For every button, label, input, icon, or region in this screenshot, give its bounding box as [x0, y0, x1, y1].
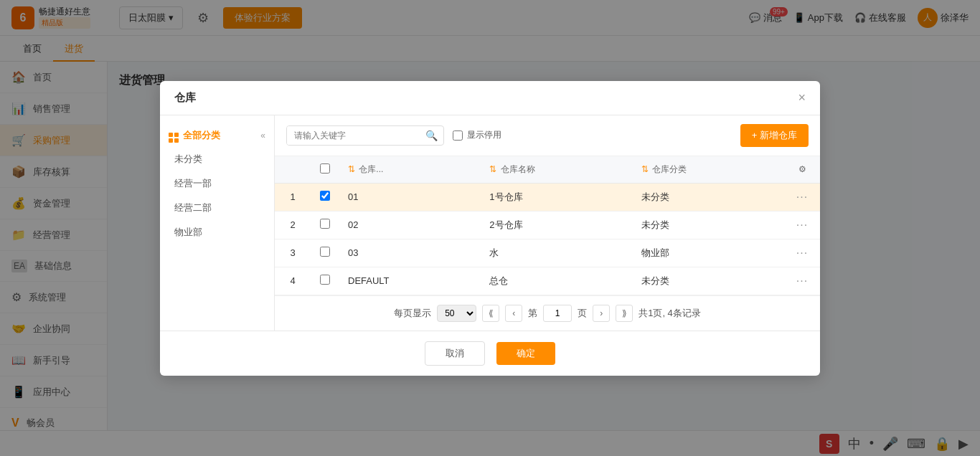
row-checkbox[interactable]	[320, 219, 330, 229]
row-actions: ···	[784, 183, 820, 211]
row-ellipsis-button[interactable]: ···	[796, 275, 808, 287]
row-checkbox-cell	[311, 183, 339, 211]
col-code-header: ⇅ 仓库...	[339, 156, 481, 184]
table-panel: 🔍 显示停用 + 新增仓库	[275, 115, 820, 331]
row-checkbox[interactable]	[320, 191, 330, 201]
data-table: ⇅ 仓库... ⇅ 仓库名称 ⇅ 仓库分类	[275, 156, 820, 295]
table-toolbar: 🔍 显示停用 + 新增仓库	[275, 115, 820, 156]
add-warehouse-button[interactable]: + 新增仓库	[740, 124, 809, 147]
show-disabled-label: 显示停用	[467, 129, 501, 141]
row-code: 02	[339, 211, 481, 239]
sort-icon-category: ⇅	[641, 164, 649, 174]
confirm-button[interactable]: 确定	[496, 342, 555, 365]
row-category: 未分类	[633, 183, 784, 211]
row-actions: ···	[784, 211, 820, 239]
modal-body: 全部分类 « 未分类 经营一部 经营二部 物业部 🔍	[160, 115, 820, 331]
modal-header: 仓库 ×	[160, 81, 820, 115]
col-name-header: ⇅ 仓库名称	[481, 156, 632, 184]
cancel-button[interactable]: 取消	[425, 341, 485, 366]
search-icon[interactable]: 🔍	[420, 130, 443, 141]
next-page-button[interactable]: ›	[593, 305, 610, 322]
row-name: 水	[481, 239, 632, 267]
row-num: 3	[275, 239, 311, 267]
search-input[interactable]	[287, 126, 420, 145]
row-num: 2	[275, 211, 311, 239]
row-checkbox-cell	[311, 267, 339, 295]
category-item-uncategorized[interactable]: 未分类	[160, 147, 274, 171]
row-ellipsis-button[interactable]: ···	[796, 191, 808, 203]
prev-page-button[interactable]: ‹	[505, 305, 522, 322]
select-all-checkbox[interactable]	[320, 163, 330, 174]
row-ellipsis-button[interactable]: ···	[796, 247, 808, 259]
category-all-label: 全部分类	[169, 128, 220, 143]
row-actions: ···	[784, 267, 820, 295]
row-name: 1号仓库	[481, 183, 632, 211]
row-category: 未分类	[633, 211, 784, 239]
grid-dots-icon	[169, 128, 179, 143]
modal-title: 仓库	[174, 91, 196, 105]
row-checkbox-cell	[311, 239, 339, 267]
page-number-input[interactable]	[543, 305, 572, 322]
table-row[interactable]: 2 02 2号仓库 未分类 ···	[275, 211, 820, 239]
row-actions: ···	[784, 239, 820, 267]
row-ellipsis-button[interactable]: ···	[796, 219, 808, 231]
row-code: 01	[339, 183, 481, 211]
row-category: 物业部	[633, 239, 784, 267]
per-page-select[interactable]: 50 20 100	[437, 305, 476, 322]
row-code: 03	[339, 239, 481, 267]
total-info: 共1页, 4条记录	[639, 307, 701, 320]
table-row[interactable]: 4 DEFAULT 总仓 未分类 ···	[275, 267, 820, 295]
table-row[interactable]: 3 03 水 物业部 ···	[275, 239, 820, 267]
row-name: 总仓	[481, 267, 632, 295]
modal-close-button[interactable]: ×	[798, 91, 806, 104]
show-disabled-wrap: 显示停用	[453, 129, 501, 141]
category-collapse-button[interactable]: «	[260, 130, 265, 141]
sort-icon-name: ⇅	[489, 164, 496, 174]
modal-overlay: 仓库 × 全部分类 « 未分类 经营一部 经营二部 物业部	[0, 0, 980, 456]
page-unit: 页	[578, 307, 587, 320]
col-check-header	[311, 156, 339, 184]
modal-footer: 取消 确定	[160, 331, 820, 376]
category-all-header[interactable]: 全部分类 «	[160, 124, 274, 147]
per-page-label: 每页显示	[394, 307, 431, 320]
row-checkbox-cell	[311, 211, 339, 239]
show-disabled-checkbox[interactable]	[453, 130, 463, 141]
settings-col-icon: ⚙	[798, 164, 806, 174]
sort-icon-code: ⇅	[348, 164, 355, 174]
first-page-button[interactable]: ⟪	[482, 305, 499, 322]
warehouse-table: ⇅ 仓库... ⇅ 仓库名称 ⇅ 仓库分类	[275, 156, 820, 295]
pagination: 每页显示 50 20 100 ⟪ ‹ 第 页 › ⟫ 共1页, 4条记录	[275, 295, 820, 331]
row-code: DEFAULT	[339, 267, 481, 295]
row-name: 2号仓库	[481, 211, 632, 239]
category-item-ops1[interactable]: 经营一部	[160, 171, 274, 196]
row-num: 4	[275, 267, 311, 295]
page-label: 第	[528, 307, 537, 320]
row-checkbox[interactable]	[320, 275, 330, 285]
row-num: 1	[275, 183, 311, 211]
category-item-ops2[interactable]: 经营二部	[160, 196, 274, 220]
category-item-property[interactable]: 物业部	[160, 220, 274, 244]
category-panel: 全部分类 « 未分类 经营一部 经营二部 物业部	[160, 115, 275, 331]
search-input-wrap: 🔍	[286, 125, 444, 146]
warehouse-modal: 仓库 × 全部分类 « 未分类 经营一部 经营二部 物业部	[160, 81, 820, 376]
last-page-button[interactable]: ⟫	[616, 305, 633, 322]
table-row[interactable]: 1 01 1号仓库 未分类 ···	[275, 183, 820, 211]
col-num-header	[275, 156, 311, 184]
col-category-header: ⇅ 仓库分类	[633, 156, 784, 184]
row-category: 未分类	[633, 267, 784, 295]
col-settings-header: ⚙	[784, 156, 820, 184]
row-checkbox[interactable]	[320, 247, 330, 257]
